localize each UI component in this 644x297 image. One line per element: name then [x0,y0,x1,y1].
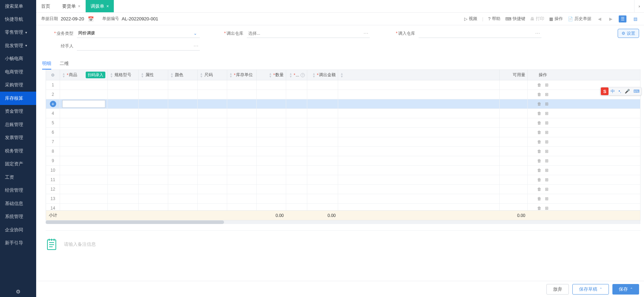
cell-available[interactable] [500,156,528,165]
cell-spec[interactable] [108,90,139,99]
col-color[interactable]: ▲▼颜色 [168,70,198,80]
cell-qty[interactable] [257,175,286,184]
sidebar-item-purchase[interactable]: 采购管理 [0,79,36,92]
cell-spec[interactable] [108,80,139,90]
prev-doc-arrow[interactable]: ◀ [596,16,603,22]
col-size[interactable]: ▲▼尺码 [198,70,227,80]
cell-unit[interactable] [227,194,257,203]
cell-qty[interactable] [257,109,286,118]
cell-unit[interactable] [227,185,257,194]
tool-video[interactable]: ▷视频 [464,16,477,22]
cell-narrow[interactable] [286,137,307,146]
cell-color[interactable] [168,128,198,137]
view-card-toggle[interactable]: ▤ [631,15,639,22]
cell-available[interactable] [500,185,528,194]
cell-unit[interactable] [227,166,257,175]
cell-narrow[interactable] [286,204,307,210]
insert-row-icon[interactable]: ⊞ [545,158,548,163]
cell-available[interactable] [500,90,528,99]
cell-spec[interactable] [108,166,139,175]
cell-narrow[interactable] [286,194,307,203]
cell-color[interactable] [168,166,198,175]
cell-blank[interactable] [338,99,500,108]
in-warehouse-select[interactable] [419,29,541,38]
table-row[interactable]: 12🗑⊞ [46,185,640,194]
table-row[interactable]: 14🗑⊞ [46,204,640,210]
cell-narrow[interactable] [286,156,307,165]
sidebar-item-search[interactable]: 搜索菜单 [0,0,36,13]
cell-color[interactable] [168,90,198,99]
cell-qty[interactable] [257,128,286,137]
cell-product[interactable] [60,175,108,184]
cell-blank[interactable] [338,80,500,90]
cell-outamt[interactable] [307,147,338,156]
sidebar-item-funds[interactable]: 资金管理 [0,105,36,118]
cell-narrow[interactable] [286,90,307,99]
cell-product[interactable] [60,185,108,194]
cell-spec[interactable] [108,99,139,108]
discard-button[interactable]: 放弃 [546,284,569,295]
insert-row-icon[interactable]: ⊞ [545,187,548,192]
delete-row-icon[interactable]: 🗑 [537,130,541,135]
cell-spec[interactable] [108,147,139,156]
cell-product[interactable] [60,99,108,108]
tab-home[interactable]: 首页 [36,0,55,12]
delete-row-icon[interactable]: 🗑 [537,92,541,97]
cell-product[interactable] [60,109,108,118]
cell-size[interactable] [198,90,227,99]
sidebar-item-xc[interactable]: 小畅电商 [0,52,36,66]
cell-qty[interactable] [257,118,286,127]
cell-outamt[interactable] [307,204,338,210]
col-spec[interactable]: ▲▼规格型号 [108,70,139,80]
cell-color[interactable] [168,80,198,90]
delete-row-icon[interactable]: 🗑 [537,111,541,116]
sidebar-item-ecom[interactable]: 电商管理 [0,65,36,79]
cell-narrow[interactable] [286,109,307,118]
insert-row-icon[interactable]: ⊞ [545,101,548,106]
sidebar-item-retail[interactable]: 零售管理▾ [0,26,36,39]
keyboard-icon[interactable]: ⌨ [632,89,641,94]
table-row[interactable]: 4🗑⊞ [46,109,640,118]
cell-product[interactable] [60,166,108,175]
cell-unit[interactable] [227,156,257,165]
cell-attr[interactable] [139,156,168,165]
cell-attr[interactable] [139,109,168,118]
table-row[interactable]: 5🗑⊞ [46,118,640,128]
cell-attr[interactable] [139,147,168,156]
tool-help[interactable]: ?帮助 [488,16,500,22]
cell-attr[interactable] [139,185,168,194]
cell-narrow[interactable] [286,80,307,90]
cell-size[interactable] [198,175,227,184]
cell-qty[interactable] [257,156,286,165]
col-available[interactable]: 可用量 [500,70,528,80]
cell-available[interactable] [500,80,528,90]
sidebar-item-inventory[interactable]: 库存核算 [0,92,36,105]
delete-row-icon[interactable]: 🗑 [537,206,541,210]
insert-row-icon[interactable]: ⊞ [545,130,548,135]
cell-product[interactable] [60,80,108,90]
cell-size[interactable] [198,194,227,203]
cell-blank[interactable] [338,156,500,165]
cell-outamt[interactable] [307,90,338,99]
cell-outamt[interactable] [307,118,338,127]
cell-outamt[interactable] [307,156,338,165]
sidebar-item-biz[interactable]: 经营管理 [0,184,36,197]
cell-spec[interactable] [108,185,139,194]
cell-attr[interactable] [139,137,168,146]
cell-qty[interactable] [257,185,286,194]
sidebar-item-system[interactable]: 系统管理 [0,210,36,224]
cell-attr[interactable] [139,99,168,108]
cell-spec[interactable] [108,118,139,127]
cell-narrow[interactable] [286,118,307,127]
cell-qty[interactable] [257,80,286,90]
insert-row-icon[interactable]: ⊞ [545,177,548,182]
subtab-2d[interactable]: 二维 [60,60,69,70]
cell-narrow[interactable] [286,128,307,137]
delete-row-icon[interactable]: 🗑 [537,139,541,144]
sidebar-item-asset[interactable]: 固定资产 [0,158,36,171]
col-out-amount[interactable]: ▲▼*调出金额 [307,70,338,80]
cell-unit[interactable] [227,175,257,184]
cell-product[interactable] [60,194,108,203]
cell-available[interactable] [500,128,528,137]
tab-requisition[interactable]: 要货单× [57,0,86,12]
